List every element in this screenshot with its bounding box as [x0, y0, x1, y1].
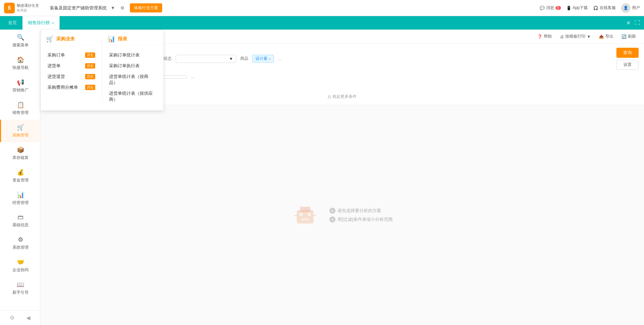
query-btn[interactable]: 查询	[616, 48, 639, 58]
purchase-expense-badge: 历史	[85, 85, 95, 90]
purchase-business-col: 🛒 采购业务 采购订单 历史 进货单 历史 进货退货 历史 采购费用分摊单 历史	[41, 35, 102, 105]
base-info-icon: 🗃	[17, 214, 24, 221]
sidebar-bottom: ⚙ ◀	[0, 310, 40, 325]
system-dropdown-icon[interactable]: ▼	[111, 5, 115, 10]
system-icon: ⚙	[18, 236, 23, 243]
messages-btn[interactable]: 💬 消息 6	[540, 5, 561, 11]
svg-rect-4	[301, 218, 309, 220]
inbound-return-badge: 历史	[85, 74, 95, 79]
purchase-order-badge: 历史	[85, 52, 95, 58]
print-dropdown-icon: ▼	[587, 34, 591, 39]
goods-label: 商品	[240, 56, 248, 62]
menu-item-purchase-order-exec[interactable]: 采购订单执行表	[108, 60, 158, 71]
logo-text: 畅捷通好生意	[17, 3, 39, 8]
purchase-section-icon: 🛒	[46, 35, 53, 43]
report-section-title: 📊 报表	[108, 35, 158, 46]
goods-more-dots[interactable]: ...	[278, 56, 282, 61]
svg-rect-5	[294, 215, 297, 216]
menu-item-purchase-order-stats[interactable]: 采购订单统计表	[108, 50, 158, 60]
empty-illustration	[292, 202, 319, 229]
empty-tip-1: ① 请先选择要分析的方案	[329, 206, 392, 215]
message-icon: 💬	[540, 6, 545, 10]
print-template-btn[interactable]: 🖨 按模板打印 ▼	[557, 32, 594, 41]
industry-btn[interactable]: 体验行业方案	[130, 3, 162, 12]
headset-icon: 🎧	[593, 6, 598, 10]
export-icon: 📤	[599, 34, 604, 39]
set-btn[interactable]: 设置	[616, 60, 639, 70]
menu-item-purchase-expense[interactable]: 采购费用分摊单 历史	[46, 82, 97, 93]
export-btn[interactable]: 📤 导出	[596, 32, 616, 41]
tabbar: 首页 销售排行榜 × ✕ ⛶	[0, 16, 644, 30]
sidebar-item-inventory[interactable]: 📦 库存核算	[0, 142, 40, 165]
menu-item-inbound-return[interactable]: 进货退货 历史	[46, 71, 97, 82]
sidebar-item-enterprise[interactable]: 🤝 企业协同	[0, 254, 40, 277]
tab-sales-rank[interactable]: 销售排行榜 ×	[23, 16, 60, 30]
empty-tips: ① 请先选择要分析的方案 ② 用[过滤]条件来缩小分析范围	[329, 206, 392, 224]
sidebar-item-marketing[interactable]: 📢 营销推广	[0, 75, 40, 97]
menu-item-inbound[interactable]: 进货单 历史	[46, 60, 97, 71]
user-btn[interactable]: 👤 用户	[621, 3, 640, 13]
tab-home[interactable]: 首页	[3, 16, 23, 30]
tip-2-num: ②	[329, 216, 335, 222]
menu-item-inbound-stats-goods[interactable]: 进货单统计表（按商品）	[108, 71, 158, 88]
search-icon: 🔍	[17, 34, 24, 41]
home-icon: 🏠	[17, 56, 24, 64]
doc-status-select[interactable]: ▼	[176, 55, 236, 63]
guide-icon: 📖	[17, 281, 24, 288]
menu-item-purchase-order[interactable]: 采购订单 历史	[46, 50, 97, 60]
goods-tag: 设计素 ×	[252, 55, 274, 63]
svg-point-3	[308, 213, 311, 216]
report-section-icon: 📊	[108, 35, 115, 43]
avatar: 👤	[621, 3, 631, 13]
inbound-badge: 历史	[85, 63, 95, 69]
help-btn[interactable]: ❓ 帮助	[535, 32, 554, 41]
purchase-dropdown-menu: 🛒 采购业务 采购订单 历史 进货单 历史 进货退货 历史 采购费用分摊单 历史…	[40, 30, 164, 111]
sidebar-item-sales[interactable]: 📋 销售管理	[0, 97, 40, 120]
purchase-icon: 🛒	[17, 124, 24, 131]
online-service-btn[interactable]: 🎧 在线客服	[593, 5, 616, 11]
sidebar-item-guide[interactable]: 📖 新手引导	[0, 277, 40, 299]
sales-icon: 📋	[17, 101, 24, 109]
goods-tag-close[interactable]: ×	[269, 57, 271, 61]
toolbar-group-right: ❓ 帮助 🖨 按模板打印 ▼ 📤 导出 🔄 刷新	[535, 32, 639, 41]
messages-badge: 6	[556, 6, 561, 10]
tip-1-num: ①	[329, 208, 335, 214]
tab-close-icon[interactable]: ×	[52, 21, 54, 25]
logo-badge: 标准版	[17, 8, 39, 13]
sidebar-settings-btn[interactable]: ⚙	[10, 315, 14, 321]
sidebar-item-system[interactable]: ⚙ 系统管理	[0, 232, 40, 254]
topbar: 6 畅捷通好生意 标准版 装备及固定资产辅助管理系统 ▼ ⚙ 体验行业方案 💬 …	[0, 0, 644, 16]
finance-icon: 💰	[17, 169, 24, 176]
settings-icon[interactable]: ⚙	[120, 5, 124, 10]
print-icon: 🖨	[560, 34, 564, 39]
refresh-icon: 🔄	[621, 34, 627, 39]
operations-icon: 📊	[17, 191, 24, 199]
phone-icon: 📱	[566, 6, 571, 10]
btn-group-right: 查询 设置	[616, 48, 639, 70]
sidebar-item-finance[interactable]: 💰 资金管理	[0, 165, 40, 187]
report-col: 📊 报表 采购订单统计表 采购订单执行表 进货单统计表（按商品） 进货单统计表（…	[102, 35, 164, 105]
refresh-btn[interactable]: 🔄 刷新	[619, 32, 639, 41]
sidebar-item-operations[interactable]: 📊 经营管理	[0, 187, 40, 210]
sidebar-item-search[interactable]: 🔍 搜索菜单	[0, 30, 40, 52]
help-icon: ❓	[537, 34, 542, 39]
doc-status-chevron: ▼	[229, 56, 233, 61]
sidebar-item-quick-nav[interactable]: 🏠 快捷导航	[0, 52, 40, 75]
sidebar-collapse-btn[interactable]: ◀	[26, 315, 30, 321]
sidebar-item-purchase[interactable]: 🛒 采购管理	[0, 120, 40, 142]
tab-close-btn[interactable]: ✕	[625, 18, 632, 28]
sidebar: 🔍 搜索菜单 🏠 快捷导航 📢 营销推广 📋 销售管理 🛒 采购管理 📦 库存核…	[0, 30, 40, 325]
app-download-btn[interactable]: 📱 App下载	[566, 5, 588, 11]
content-area: ① 请先选择要分析的方案 ② 用[过滤]条件来缩小分析范围	[40, 105, 644, 325]
tab-fullscreen-btn[interactable]: ⛶	[633, 18, 641, 27]
menu-item-inbound-stats-supplier[interactable]: 进货单统计表（按供应商）	[108, 88, 158, 105]
enterprise-icon: 🤝	[17, 258, 24, 266]
empty-state: ① 请先选择要分析的方案 ② 用[过滤]条件来缩小分析范围	[292, 202, 392, 229]
svg-rect-6	[313, 215, 316, 216]
marketing-icon: 📢	[17, 79, 24, 86]
salesman-dots[interactable]: ...	[191, 74, 195, 79]
empty-tip-2: ② 用[过滤]条件来缩小分析范围	[329, 215, 392, 224]
svg-point-2	[299, 213, 303, 216]
sidebar-item-base-info[interactable]: 🗃 基础信息	[0, 210, 40, 232]
collapse-icon: ⋀	[328, 94, 331, 99]
